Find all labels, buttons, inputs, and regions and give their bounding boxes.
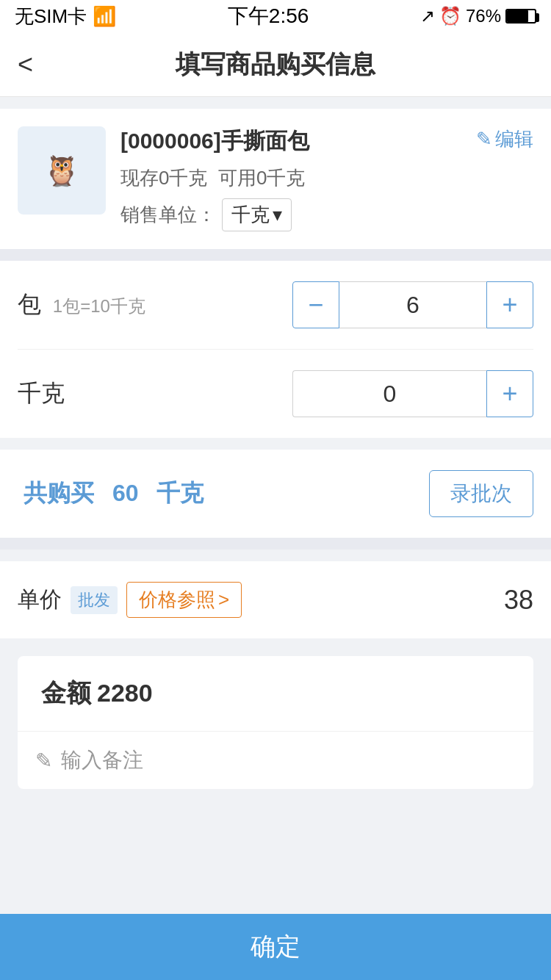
unit-select[interactable]: 千克 ▾ <box>222 198 292 231</box>
amount-row: 金额2280 <box>18 656 533 731</box>
note-placeholder: 输入备注 <box>61 746 143 774</box>
status-time: 下午2:56 <box>228 2 309 30</box>
packaging-sublabel: 1包=10千克 <box>53 296 145 316</box>
price-batch-tag: 批发 <box>71 586 118 614</box>
edit-button[interactable]: ✎ 编辑 <box>476 126 533 152</box>
price-ref-arrow: > <box>218 588 229 611</box>
unit-value: 千克 <box>231 202 270 228</box>
product-stock: 现存0千克 可用0千克 <box>120 165 533 191</box>
product-logo: 🦉 <box>43 154 80 188</box>
total-section: 共购买 60 千克 录批次 <box>0 450 551 538</box>
carrier-label: 无SIM卡 <box>15 4 87 29</box>
packaging-quantity-control: − + <box>292 281 533 328</box>
product-card: 🦉 [0000006]手撕面包 现存0千克 可用0千克 销售单位： 千克 ▾ ✎… <box>0 109 551 249</box>
page-title: 填写商品购买信息 <box>176 48 375 82</box>
edit-icon: ✎ <box>476 128 492 151</box>
product-info: [0000006]手撕面包 现存0千克 可用0千克 销售单位： 千克 ▾ <box>120 126 533 231</box>
weight-quantity-control: + <box>292 370 533 417</box>
unit-dropdown-icon: ▾ <box>273 203 282 226</box>
packaging-quantity-input[interactable] <box>339 281 486 328</box>
confirm-button[interactable]: 确定 <box>0 914 551 980</box>
location-icon: ↗ <box>420 6 435 26</box>
status-right: ↗ ⏰ 76% <box>420 6 536 26</box>
price-reference-button[interactable]: 价格参照 > <box>126 582 242 618</box>
edit-label: 编辑 <box>495 126 533 152</box>
total-text: 共购买 60 千克 <box>18 478 209 510</box>
product-image: 🦉 <box>18 126 106 215</box>
weight-label: 千克 <box>18 378 65 410</box>
input-section: 包 1包=10千克 − + 千克 + <box>0 261 551 438</box>
note-icon: ✎ <box>35 749 52 773</box>
separator-1 <box>0 249 551 261</box>
battery-label: 76% <box>466 6 501 26</box>
product-name: [0000006]手撕面包 <box>120 126 533 156</box>
packaging-label-group: 包 1包=10千克 <box>18 289 145 321</box>
note-row[interactable]: ✎ 输入备注 <box>18 731 533 789</box>
battery-icon <box>505 9 536 24</box>
status-left: 无SIM卡 📶 <box>15 4 116 29</box>
product-unit-row: 销售单位： 千克 ▾ <box>120 198 533 231</box>
price-ref-label: 价格参照 <box>139 587 215 613</box>
status-bar: 无SIM卡 📶 下午2:56 ↗ ⏰ 76% <box>0 0 551 32</box>
price-section: 单价 批发 价格参照 > 38 <box>0 561 551 638</box>
product-title: 手撕面包 <box>221 129 309 153</box>
weight-quantity-input[interactable] <box>292 370 486 417</box>
nav-bar: < 填写商品购买信息 <box>0 32 551 97</box>
amount-value: 2280 <box>97 679 153 707</box>
price-label: 单价 <box>18 585 62 615</box>
price-value: 38 <box>504 585 533 616</box>
product-code: [0000006] <box>120 129 221 153</box>
packaging-row: 包 1包=10千克 − + <box>18 261 533 350</box>
total-amount: 60 <box>112 480 139 506</box>
packaging-minus-button[interactable]: − <box>292 281 339 328</box>
wifi-icon: 📶 <box>93 5 116 28</box>
alarm-icon: ⏰ <box>439 6 461 26</box>
weight-plus-button[interactable]: + <box>486 370 533 417</box>
packaging-plus-button[interactable]: + <box>486 281 533 328</box>
amount-text: 金额2280 <box>35 679 153 707</box>
batch-button[interactable]: 录批次 <box>429 470 533 517</box>
packaging-label: 包 <box>18 291 41 317</box>
weight-row: 千克 + <box>18 350 533 438</box>
back-button[interactable]: < <box>18 49 33 80</box>
amount-section: 金额2280 ✎ 输入备注 <box>0 638 551 807</box>
separator-2 <box>0 538 551 550</box>
